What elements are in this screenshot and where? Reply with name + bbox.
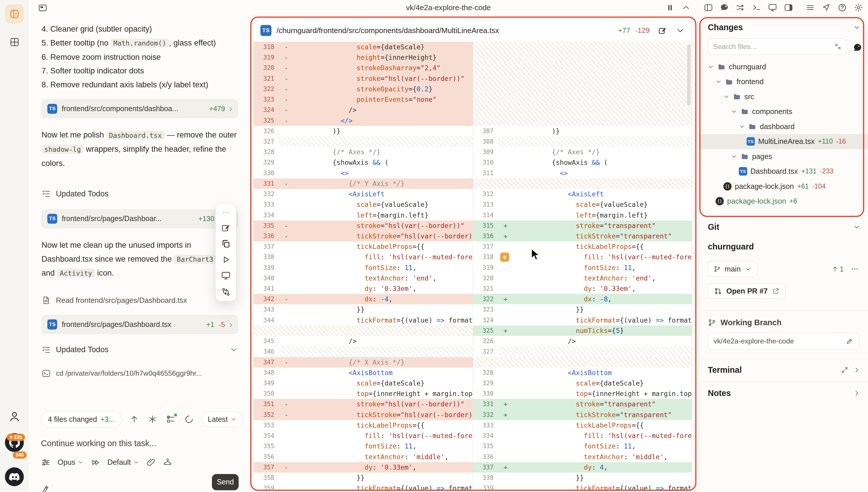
- mode-dropdown[interactable]: Default: [108, 458, 139, 466]
- left-rail: ★22k 346: [0, 0, 29, 492]
- send-button[interactable]: Send: [212, 474, 239, 490]
- paperclip-icon[interactable]: [146, 458, 156, 467]
- line-number: 323: [254, 94, 279, 105]
- terminal-command-row[interactable]: cd /private/var/folders/10/h7w0q46556ggr…: [42, 366, 238, 380]
- tree-file-package-lock.json[interactable]: {}package-lock.json+61-104: [699, 179, 868, 194]
- read-file-label: Read frontend/src/pages/Dashboard.tsx: [56, 294, 187, 308]
- chevron-right-icon[interactable]: [853, 390, 861, 397]
- play-icon[interactable]: [221, 255, 231, 265]
- collapse-all-icon[interactable]: [834, 43, 842, 50]
- panel-right-icon[interactable]: [784, 3, 793, 12]
- menu-icon[interactable]: [805, 3, 815, 12]
- hanger-icon[interactable]: [163, 458, 172, 467]
- changes-section-header[interactable]: Changes: [699, 16, 868, 37]
- file-change-chip[interactable]: TS frontend/src/pages/Dashboar... +130 -…: [42, 210, 238, 228]
- working-branch-input[interactable]: vk/4e2a-explore-the-code: [708, 333, 859, 349]
- code-line: left={margin.left}: [292, 210, 473, 220]
- chevron-down-icon: [739, 124, 745, 130]
- monitor-icon[interactable]: [768, 3, 777, 12]
- line-number: 355: [254, 441, 279, 451]
- expand-icon[interactable]: [841, 366, 848, 374]
- tree-folder-churnguard[interactable]: churnguard: [699, 59, 868, 74]
- monitor-icon[interactable]: [221, 271, 231, 280]
- fast-forward-icon[interactable]: [91, 458, 100, 467]
- branch-dropdown[interactable]: main: [708, 262, 757, 277]
- add-comment-button[interactable]: +: [500, 253, 509, 262]
- pause-icon[interactable]: [665, 3, 675, 12]
- updated-todos-row[interactable]: Updated Todos: [42, 187, 238, 201]
- line-number: 333: [254, 199, 279, 210]
- code-line: fontSize: 11,: [512, 441, 692, 451]
- line-number: 319: [254, 52, 279, 63]
- nav-cursor-icon[interactable]: [822, 3, 831, 12]
- diff-body: 318- scale={dateScale}319- height={inner…: [254, 42, 691, 490]
- line-number: 356: [254, 452, 279, 462]
- terminal-icon[interactable]: [752, 3, 761, 12]
- chevron-right-icon[interactable]: [853, 366, 861, 374]
- board-button[interactable]: [5, 32, 24, 51]
- copy-icon[interactable]: [221, 239, 231, 249]
- notes-section-header[interactable]: Notes: [699, 382, 868, 405]
- file-label: pages: [752, 152, 772, 161]
- workspace-button[interactable]: [5, 4, 24, 23]
- updated-todos-row[interactable]: Updated Todos: [42, 343, 238, 356]
- file-change-chip[interactable]: TS frontend/src/components/dashboa... +4…: [42, 99, 238, 118]
- more-h-icon[interactable]: [222, 208, 230, 217]
- help-icon[interactable]: [838, 3, 847, 12]
- latest-dropdown[interactable]: Latest: [202, 412, 243, 427]
- scrollbar-thumb[interactable]: [687, 45, 690, 105]
- tree-file-MultiLineArea.tsx[interactable]: TSMultiLineArea.tsx+110-16: [699, 134, 868, 149]
- code-line: strokeOpacity={0.2}: [292, 84, 473, 94]
- search-input[interactable]: Search files...: [708, 38, 847, 55]
- chat-icon[interactable]: [720, 3, 729, 12]
- tree-folder-src[interactable]: src: [699, 89, 868, 104]
- bird-icon[interactable]: [851, 41, 864, 53]
- panel-left-icon[interactable]: [704, 3, 713, 12]
- pip-window-icon[interactable]: [38, 3, 48, 13]
- read-file-row[interactable]: Read frontend/src/pages/Dashboard.tsx: [42, 294, 238, 308]
- git-compare-icon[interactable]: [221, 287, 231, 297]
- chevron-down-icon[interactable]: [230, 345, 238, 354]
- spinner-icon[interactable]: [184, 415, 194, 424]
- git-section-header[interactable]: Git: [699, 216, 868, 239]
- open-pr-button[interactable]: Open PR #7: [708, 284, 785, 299]
- line-number: 325: [254, 116, 279, 126]
- sliders-icon[interactable]: [41, 458, 50, 467]
- arrow-up-icon[interactable]: [130, 415, 139, 424]
- tree-folder-dashboard[interactable]: dashboard: [699, 119, 868, 134]
- code-line: {/* Axes */}: [292, 147, 473, 157]
- tree-file-Dashboard.tsx[interactable]: TSDashboard.tsx+131-233: [699, 164, 868, 179]
- files-changed-pill[interactable]: 4 files changed +3...: [41, 411, 122, 427]
- added-count: +1: [206, 318, 214, 331]
- chevron-down-icon[interactable]: [853, 24, 861, 31]
- tree-folder-pages[interactable]: pages: [699, 149, 868, 164]
- file-change-chip[interactable]: TS frontend/src/pages/Dashboard.tsx +1 -…: [42, 315, 238, 334]
- diff-row: 344 tickFormat={(value) => formatValue(3…: [254, 315, 691, 325]
- sparkle-icon[interactable]: [148, 415, 157, 424]
- line-number: 324: [254, 105, 279, 115]
- code-line: left={margin.left}: [512, 210, 692, 220]
- model-dropdown[interactable]: Opus: [57, 458, 84, 466]
- user-icon[interactable]: [8, 410, 21, 423]
- shuffle-icon[interactable]: [736, 3, 745, 12]
- discord-button[interactable]: [5, 467, 24, 486]
- chat-panel: 4. Cleaner grid (subtler opacity)5. Bett…: [29, 16, 247, 492]
- more-icon[interactable]: [850, 265, 859, 274]
- tree-folder-components[interactable]: components: [699, 104, 868, 119]
- chevron-down-icon[interactable]: [853, 223, 861, 230]
- inline-code: Activity: [57, 269, 95, 278]
- chevron-down-icon[interactable]: [676, 26, 685, 35]
- message-input[interactable]: Continue working on this task...: [41, 439, 239, 448]
- line-number: 332: [473, 410, 499, 420]
- collapse-up-icon[interactable]: [681, 3, 690, 12]
- gear-icon[interactable]: [854, 3, 863, 12]
- annotate-icon[interactable]: [221, 223, 231, 233]
- terminal-section-header[interactable]: Terminal: [699, 359, 868, 382]
- tree-file-package-lock.json[interactable]: {}package-lock.json+6: [699, 194, 868, 208]
- pencil-icon[interactable]: [39, 483, 52, 492]
- annotate-icon[interactable]: [658, 26, 667, 35]
- edit-pencil-icon[interactable]: [846, 337, 853, 345]
- branch-name: main: [725, 265, 741, 273]
- tree-folder-frontend[interactable]: frontend: [699, 74, 868, 89]
- code-line: }}: [512, 472, 692, 483]
